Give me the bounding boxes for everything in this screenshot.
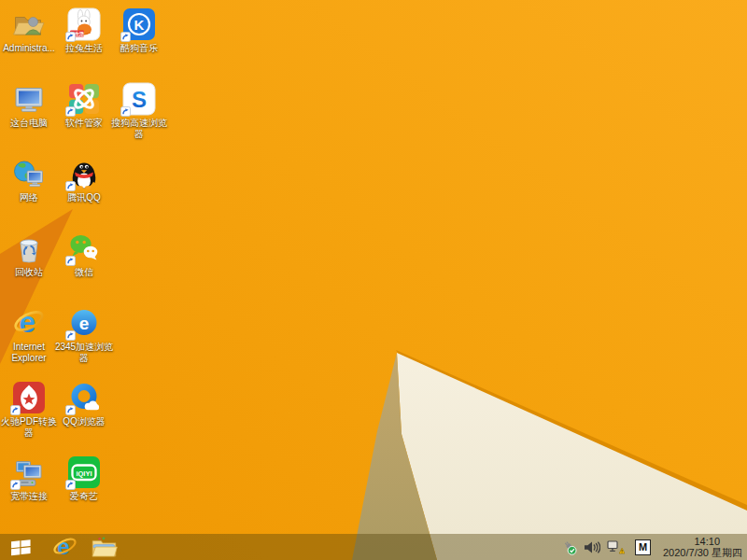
recycle-bin-icon [12, 231, 46, 265]
ime-indicator[interactable]: M [635, 539, 651, 555]
internet-explorer-icon: e [12, 306, 46, 340]
taskbar: e [0, 534, 747, 560]
shortcut-arrow-icon [65, 181, 76, 191]
desktop-icon-network[interactable]: 网络 [0, 157, 59, 203]
svg-text:e: e [20, 306, 36, 339]
desktop-icon-latu-life[interactable]: 兔生活 拉兔生活 [54, 7, 114, 54]
svg-text:iQIYI: iQIYI [76, 469, 92, 478]
user-folder-icon [12, 7, 46, 41]
internet-explorer-icon: e [52, 535, 78, 560]
svg-text:e: e [79, 314, 90, 333]
network-warning-icon[interactable] [607, 539, 625, 554]
broadband-connection-icon [12, 455, 46, 489]
shortcut-arrow-icon [120, 106, 131, 117]
shortcut-arrow-icon [65, 405, 76, 415]
desktop-icon-sogou-browser[interactable]: S 搜狗高速浏览器 [109, 82, 169, 140]
icon-label: 这台电脑 [0, 118, 59, 129]
network-globe-icon [12, 157, 46, 190]
icon-label: 2345加速浏览器 [54, 342, 114, 364]
shortcut-arrow-icon [65, 256, 76, 266]
desktop-icon-this-pc[interactable]: 这台电脑 [0, 82, 59, 129]
qq-browser-icon [67, 381, 101, 414]
shortcut-arrow-icon [120, 32, 131, 42]
desktop-icon-huochi-pdf[interactable]: 火驰PDF转换器 [0, 381, 59, 439]
icon-label: 搜狗高速浏览器 [109, 118, 169, 140]
wechat-icon [67, 231, 101, 265]
file-explorer-icon [91, 536, 118, 559]
svg-text:S: S [132, 87, 147, 112]
usb-safely-remove-icon[interactable] [560, 539, 577, 555]
icon-label: 回收站 [0, 267, 59, 278]
desktop-icon-internet-explorer[interactable]: e Internet Explorer [0, 306, 59, 364]
icon-label: 爱奇艺 [54, 491, 114, 502]
desktop-icon-administrator[interactable]: Administra... [0, 7, 59, 54]
huochi-pdf-icon [12, 381, 46, 414]
icon-label: 火驰PDF转换器 [0, 416, 59, 439]
software-manager-icon [67, 82, 101, 116]
icon-label: 酷狗音乐 [109, 43, 169, 54]
desktop-icon-wechat[interactable]: 微信 [54, 231, 114, 278]
shortcut-arrow-icon [65, 480, 76, 490]
windows-logo-icon [10, 539, 32, 556]
icon-label: 软件管家 [54, 118, 114, 129]
taskbar-file-explorer-button[interactable] [84, 534, 123, 560]
icon-label: 拉兔生活 [54, 43, 114, 54]
shortcut-arrow-icon [65, 330, 76, 341]
icon-label: 腾讯QQ [54, 192, 114, 203]
kugou-music-icon: K [122, 7, 156, 41]
2345-browser-icon: e [67, 306, 101, 340]
volume-icon[interactable] [584, 540, 600, 554]
desktop-icon-qq-browser[interactable]: QQ浏览器 [54, 381, 114, 427]
system-tray: M 14:10 2020/7/30 星期四 [560, 537, 747, 557]
shortcut-arrow-icon [65, 106, 76, 117]
qq-penguin-icon [67, 157, 101, 190]
computer-icon [12, 82, 46, 116]
shortcut-arrow-icon [10, 405, 21, 415]
icon-label: Administra... [0, 43, 59, 54]
taskbar-clock[interactable]: 14:10 2020/7/30 星期四 [663, 537, 742, 557]
sogou-browser-icon: S [122, 82, 156, 116]
desktop-icon-software-manager[interactable]: 软件管家 [54, 82, 114, 129]
icon-label: 微信 [54, 267, 114, 278]
desktop-icon-tencent-qq[interactable]: 腾讯QQ [54, 157, 114, 203]
desktop: Administra... 兔生活 [0, 0, 747, 560]
start-button[interactable] [0, 534, 41, 560]
taskbar-internet-explorer-button[interactable]: e [45, 534, 84, 560]
svg-text:K: K [134, 17, 145, 33]
icon-label: 网络 [0, 192, 59, 203]
icon-label: Internet Explorer [0, 342, 59, 364]
desktop-icons-layer: Administra... 兔生活 [0, 0, 747, 534]
desktop-icon-recycle-bin[interactable]: 回收站 [0, 231, 59, 278]
clock-time: 14:10 [694, 537, 720, 547]
shortcut-arrow-icon [65, 32, 76, 42]
clock-date: 2020/7/30 星期四 [663, 548, 742, 558]
icon-label: QQ浏览器 [54, 416, 114, 427]
shortcut-arrow-icon [10, 480, 21, 490]
desktop-icon-iqiyi[interactable]: iQIYI 爱奇艺 [54, 455, 114, 502]
desktop-icon-2345-browser[interactable]: e 2345加速浏览器 [54, 306, 114, 364]
desktop-icon-broadband[interactable]: 宽带连接 [0, 455, 59, 502]
desktop-icon-kugou-music[interactable]: K 酷狗音乐 [109, 7, 169, 54]
iqiyi-icon: iQIYI [67, 455, 101, 489]
latu-life-icon: 兔生活 [67, 7, 101, 41]
icon-label: 宽带连接 [0, 491, 59, 502]
